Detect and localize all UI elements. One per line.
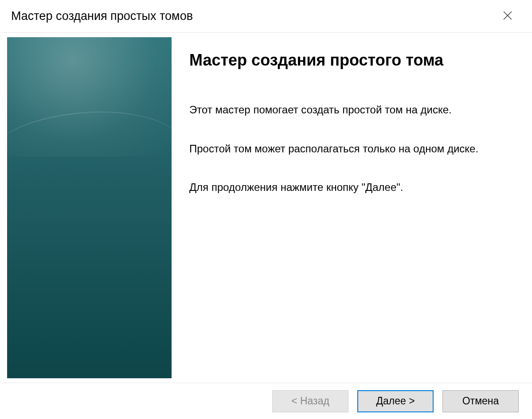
cancel-button[interactable]: Отмена — [442, 390, 519, 412]
close-icon[interactable] — [497, 6, 519, 27]
wizard-content: Мастер создания простого тома Этот масте… — [172, 37, 521, 383]
wizard-banner — [7, 37, 172, 378]
wizard-heading: Мастер создания простого тома — [189, 50, 521, 70]
wizard-footer: < Назад Далее > Отмена — [0, 383, 532, 419]
wizard-paragraph-2: Простой том может располагаться только н… — [189, 142, 521, 156]
titlebar: Мастер создания простых томов — [0, 0, 532, 33]
next-button[interactable]: Далее > — [357, 390, 434, 412]
window-title: Мастер создания простых томов — [11, 9, 193, 23]
wizard-window: Мастер создания простых томов Мастер соз… — [0, 0, 532, 419]
wizard-paragraph-3: Для продолжения нажмите кнопку "Далее". — [189, 180, 521, 194]
wizard-body: Мастер создания простого тома Этот масте… — [0, 33, 532, 383]
wizard-paragraph-1: Этот мастер помогает создать простой том… — [189, 103, 521, 117]
back-button: < Назад — [272, 390, 348, 412]
